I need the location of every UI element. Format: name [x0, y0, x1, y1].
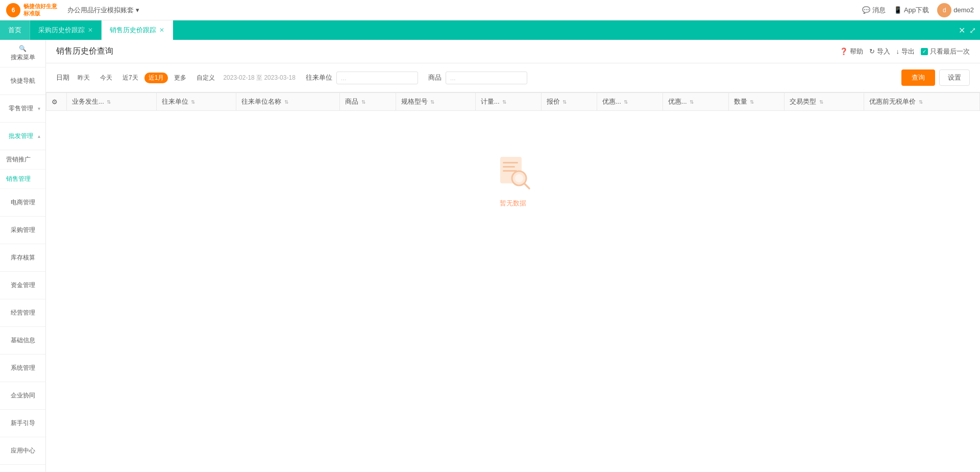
help-action[interactable]: ❓ 帮助	[840, 47, 863, 56]
sidebar-item-quick-nav[interactable]: 快捷导航	[0, 67, 45, 95]
tab-home[interactable]: 首页	[0, 20, 30, 40]
logo-icon: 6	[6, 3, 20, 17]
col-spec-label: 规格型号	[401, 98, 428, 105]
svg-rect-1	[503, 162, 518, 163]
partner-input-placeholder: ...	[341, 74, 347, 82]
header-right: 💬 消息 📱 App下载 d demo2	[862, 3, 974, 17]
query-button[interactable]: 查询	[901, 69, 935, 86]
export-icon: ↓	[896, 48, 900, 55]
chevron-up-icon: ▴	[38, 133, 40, 139]
tab-sales-history[interactable]: 销售历史价跟踪 ✕	[102, 20, 173, 40]
column-discount2[interactable]: 优惠... ⇅	[663, 93, 728, 111]
sidebar-item-basic-info[interactable]: 基础信息	[0, 327, 45, 355]
partner-filter-input[interactable]: ...	[336, 72, 418, 84]
column-quantity[interactable]: 数量 ⇅	[728, 93, 784, 111]
table-header-row: ⚙ 业务发生... ⇅ 往来单位 ⇅ 往来单位名称 ⇅	[46, 93, 980, 111]
filter-actions: 查询 设置	[901, 69, 970, 86]
col-date-label: 业务发生...	[72, 98, 104, 105]
column-quote[interactable]: 报价 ⇅	[541, 93, 597, 111]
date-more[interactable]: 更多	[170, 73, 190, 83]
page: 销售历史价查询 ❓ 帮助 ↻ 导入 ↓ 导出	[46, 40, 980, 472]
column-spec[interactable]: 规格型号 ⇅	[396, 93, 475, 111]
sort-icon: ⇅	[191, 99, 195, 105]
sort-icon: ⇅	[624, 99, 628, 105]
column-pre-tax-price[interactable]: 优惠前无税单价 ⇅	[864, 93, 980, 111]
sidebar-item-system[interactable]: 系统管理	[0, 355, 45, 382]
sidebar-item-sales[interactable]: 销售管理	[0, 170, 45, 189]
page-header: 销售历史价查询 ❓ 帮助 ↻ 导入 ↓ 导出	[46, 40, 980, 63]
date-yesterday[interactable]: 昨天	[74, 73, 94, 83]
column-discount1[interactable]: 优惠... ⇅	[597, 93, 663, 111]
tab-bar-end: ✕ ⤢	[959, 26, 980, 35]
top-header: 6 畅捷信好生意 标准版 办公用品行业模拟账套 ▾ 💬 消息 📱 App下载 d…	[0, 0, 980, 20]
column-trade-type[interactable]: 交易类型 ⇅	[785, 93, 864, 111]
sidebar-item-purchase[interactable]: 采购管理	[0, 217, 45, 244]
close-window-icon[interactable]: ✕	[959, 26, 965, 35]
only-last-checkbox[interactable]	[921, 48, 928, 55]
data-table: ⚙ 业务发生... ⇅ 往来单位 ⇅ 往来单位名称 ⇅	[46, 92, 980, 111]
date-options: 昨天 今天 近7天 近1月 更多 自定义	[74, 73, 219, 83]
column-partner-code[interactable]: 往来单位 ⇅	[156, 93, 236, 111]
sort-icon: ⇅	[690, 99, 694, 105]
header-left: 6 畅捷信好生意 标准版 办公用品行业模拟账套 ▾	[6, 3, 139, 17]
sidebar-item-wholesale[interactable]: 批发管理 ▴	[0, 123, 45, 150]
sort-icon: ⇅	[502, 99, 506, 105]
avatar: d	[937, 3, 951, 17]
column-partner-name[interactable]: 往来单位名称 ⇅	[236, 93, 340, 111]
import-action[interactable]: ↻ 导入	[869, 47, 890, 56]
col-discount1-label: 优惠...	[602, 98, 621, 105]
col-trade-type-label: 交易类型	[790, 98, 816, 105]
table-area: ⚙ 业务发生... ⇅ 往来单位 ⇅ 往来单位名称 ⇅	[46, 92, 980, 472]
col-unit-label: 计量...	[481, 98, 500, 105]
sidebar-item-retail[interactable]: 零售管理 ▾	[0, 95, 45, 123]
svg-point-5	[515, 174, 523, 182]
column-product[interactable]: 商品 ⇅	[340, 93, 396, 111]
only-last-action[interactable]: 只看最后一次	[921, 47, 970, 56]
date-today[interactable]: 今天	[96, 73, 116, 83]
sort-icon: ⇅	[819, 99, 823, 105]
product-filter-input[interactable]: ...	[446, 72, 527, 84]
download-icon: 📱	[894, 6, 902, 14]
purchase-tab-close[interactable]: ✕	[88, 27, 93, 34]
app-download-action[interactable]: 📱 App下载	[894, 6, 929, 15]
column-gear[interactable]: ⚙	[46, 93, 67, 111]
product-filter-group: 商品 ...	[428, 72, 527, 84]
sidebar-item-app-center[interactable]: 应用中心	[0, 437, 45, 465]
col-quantity-label: 数量	[734, 98, 747, 105]
user-profile[interactable]: d demo2	[937, 3, 974, 17]
sales-tab-close[interactable]: ✕	[159, 27, 164, 34]
logo-text: 畅捷信好生意 标准版	[23, 3, 57, 16]
setting-button[interactable]: 设置	[939, 69, 970, 86]
message-action[interactable]: 💬 消息	[862, 6, 886, 15]
sidebar-item-finance[interactable]: 资金管理	[0, 272, 45, 299]
svg-rect-3	[503, 170, 517, 172]
column-unit[interactable]: 计量... ⇅	[475, 93, 541, 111]
purchase-tab-label: 采购历史价跟踪	[38, 26, 85, 35]
sort-icon: ⇅	[430, 99, 434, 105]
column-date[interactable]: 业务发生... ⇅	[67, 93, 157, 111]
sidebar-item-search-menu[interactable]: 🔍 搜索菜单	[0, 40, 45, 67]
tab-purchase-history[interactable]: 采购历史价跟踪 ✕	[30, 20, 102, 40]
col-quote-label: 报价	[547, 98, 560, 105]
empty-state: 暂无数据	[46, 111, 980, 249]
date-7days[interactable]: 近7天	[118, 73, 142, 83]
sidebar-item-guide[interactable]: 新手引导	[0, 410, 45, 437]
sidebar-item-marketing[interactable]: 营销推广	[0, 150, 45, 170]
maximize-icon[interactable]: ⤢	[969, 26, 976, 35]
sidebar-item-operations[interactable]: 经营管理	[0, 299, 45, 327]
date-custom[interactable]: 自定义	[192, 73, 219, 83]
sidebar-item-inventory[interactable]: 库存核算	[0, 244, 45, 272]
export-action[interactable]: ↓ 导出	[896, 47, 915, 56]
sidebar-item-wechat[interactable]: 企业微信	[0, 465, 45, 472]
product-filter-label: 商品	[428, 73, 442, 82]
col-discount2-label: 优惠...	[668, 98, 687, 105]
sidebar: 🔍 搜索菜单 快捷导航 零售管理 ▾ 批发管理 ▴ 营销推广 销售管理 电商管理	[0, 40, 46, 472]
sort-icon: ⇅	[919, 99, 923, 105]
date-1month[interactable]: 近1月	[144, 73, 168, 83]
search-icon: 🔍	[19, 45, 27, 52]
sidebar-item-ecommerce[interactable]: 电商管理	[0, 189, 45, 217]
app-selector[interactable]: 办公用品行业模拟账套 ▾	[67, 6, 139, 15]
tab-bar: 首页 采购历史价跟踪 ✕ 销售历史价跟踪 ✕ ✕ ⤢	[0, 20, 980, 40]
sidebar-item-enterprise[interactable]: 企业协同	[0, 382, 45, 410]
chevron-down-icon: ▾	[136, 6, 139, 14]
